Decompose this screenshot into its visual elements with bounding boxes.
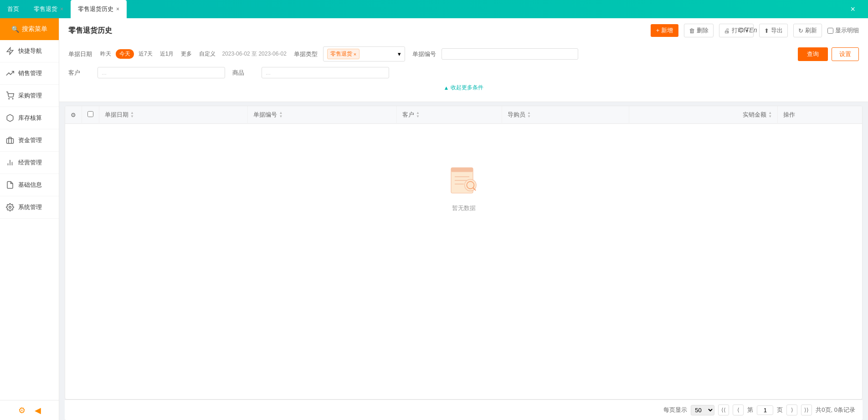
sidebar-item-purchase-mgmt[interactable]: 采购管理 (0, 85, 59, 107)
sidebar-item-system-mgmt-label: 系统管理 (18, 203, 42, 211)
svg-rect-3 (7, 138, 14, 143)
last-page-btn[interactable]: ⟩⟩ (801, 405, 812, 415)
date-btn-today[interactable]: 今天 (116, 49, 134, 59)
first-page-btn[interactable]: ⟨⟨ (718, 405, 729, 415)
search-menu-label: 搜索菜单 (22, 25, 47, 33)
table-header-row: ⚙ 单据日期 ▲▼ 单据编号 (65, 106, 862, 124)
table-settings-icon[interactable]: ⚙ (71, 112, 76, 118)
product-select[interactable]: ... (262, 67, 389, 78)
sidebar-item-finance-label: 资金管理 (18, 136, 42, 144)
svg-point-1 (9, 98, 10, 99)
col-guide[interactable]: 导购员 ▲▼ (502, 106, 629, 124)
collapse-filter-btn[interactable]: ▲ 收起更多条件 (444, 84, 484, 92)
sidebar-item-purchase-mgmt-label: 采购管理 (18, 92, 42, 100)
col-customer-label: 客户 (402, 111, 414, 119)
sidebar: 🔍 搜索菜单 快捷导航 销售管理 采购管理 (0, 18, 59, 420)
export-button[interactable]: ⬆ 导出 (759, 24, 788, 37)
sidebar-item-quick-nav[interactable]: 快捷导航 (0, 40, 59, 62)
svg-point-7 (9, 206, 11, 209)
select-all-checkbox[interactable] (87, 111, 93, 117)
date-btn-7days[interactable]: 近7天 (136, 49, 155, 59)
show-detail-checkbox[interactable] (827, 28, 833, 34)
amount-sort-arrows: ▲▼ (768, 111, 772, 118)
empty-state-icon (446, 160, 482, 197)
date-range-text: 2023-06-02 至 2023-06-02 (222, 50, 286, 58)
voucher-type-label: 单据类型 (294, 50, 319, 58)
voucher-type-tag-close[interactable]: × (354, 51, 356, 57)
sidebar-item-inventory[interactable]: 库存核算 (0, 107, 59, 129)
customer-filter-group: 客户 ... (68, 67, 225, 78)
date-sort-arrows: ▲▼ (130, 111, 134, 118)
search-menu[interactable]: 🔍 搜索菜单 (0, 18, 59, 40)
sidebar-item-finance[interactable]: 资金管理 (0, 129, 59, 152)
voucher-type-select[interactable]: 零售退货 × ▾ (323, 46, 405, 61)
page-label: 第 (747, 406, 753, 414)
col-voucher-no[interactable]: 单据编号 ▲▼ (248, 106, 396, 124)
tab-retail-return-history[interactable]: 零售退货历史 × (71, 0, 127, 18)
col-checkbox[interactable] (82, 106, 99, 124)
voucher-no-filter-group: 单据编号 (412, 48, 578, 60)
customer-label: 客户 (68, 69, 94, 77)
sidebar-settings-icon[interactable]: ⚙ (18, 405, 26, 415)
tab-retail-return-history-close[interactable]: × (116, 6, 119, 12)
setting-button[interactable]: 设置 (832, 47, 859, 61)
sidebar-bottom: ⚙ ◀ (0, 400, 59, 420)
sidebar-item-basic-info[interactable]: 基础信息 (0, 174, 59, 196)
new-button[interactable]: + 新增 (651, 24, 678, 37)
sidebar-collapse-icon[interactable]: ◀ (35, 405, 41, 415)
page-number-input[interactable] (757, 405, 773, 415)
sidebar-item-sales-mgmt-label: 销售管理 (18, 69, 42, 77)
show-detail-text: 显示明细 (835, 26, 859, 35)
date-btn-yesterday[interactable]: 昨天 (98, 49, 114, 59)
system-mgmt-icon (5, 203, 15, 212)
table-body: 暂无数据 (65, 124, 862, 249)
window-close-btn[interactable]: × (847, 5, 859, 14)
date-btn-custom[interactable]: 自定义 (196, 49, 218, 59)
data-table: ⚙ 单据日期 ▲▼ 单据编号 (65, 106, 862, 249)
sidebar-item-system-mgmt[interactable]: 系统管理 (0, 196, 59, 219)
date-btn-more[interactable]: 更多 (178, 49, 195, 59)
setting-button-label: 设置 (839, 51, 851, 57)
voucher-type-tag-text: 零售退货 (330, 50, 352, 58)
voucher-type-chevron-down-icon: ▾ (398, 51, 401, 57)
total-records-label: 共0页, 0条记录 (816, 406, 855, 414)
basic-info-icon (5, 180, 15, 190)
page-size-select[interactable]: 10 20 50 100 (691, 405, 714, 415)
guide-sort-arrows: ▲▼ (527, 111, 531, 118)
filter-row-1: 单据日期 昨天 今天 近7天 近1月 更多 自定义 2023-06-02 至 2… (68, 43, 859, 63)
col-date[interactable]: 单据日期 ▲▼ (99, 106, 248, 124)
sidebar-item-operations[interactable]: 经营管理 (0, 152, 59, 174)
sidebar-item-quick-nav-label: 快捷导航 (18, 47, 42, 55)
tab-retail-return[interactable]: 零售退货 × (26, 0, 71, 18)
finance-icon (5, 136, 15, 145)
tab-retail-return-history-label: 零售退货历史 (78, 5, 113, 13)
voucher-no-input[interactable] (442, 48, 578, 60)
col-settings[interactable]: ⚙ (65, 106, 82, 124)
empty-state: 暂无数据 (65, 124, 862, 249)
voucher-no-label: 单据编号 (412, 50, 438, 58)
prev-page-btn[interactable]: ⟨ (733, 405, 744, 415)
search-icon: 🔍 (11, 26, 19, 33)
voucher-no-sort-arrows: ▲▼ (279, 111, 282, 118)
sidebar-item-sales-mgmt[interactable]: 销售管理 (0, 62, 59, 85)
show-detail-label[interactable]: 显示明细 (827, 26, 859, 35)
next-page-btn[interactable]: ⟩ (786, 405, 797, 415)
customer-select[interactable]: ... (98, 67, 225, 78)
filter-area: 单据日期 昨天 今天 近7天 近1月 更多 自定义 2023-06-02 至 2… (68, 43, 859, 102)
col-operation: 操作 (778, 106, 862, 124)
top-bar: 首页 零售退货 × 零售退货历史 × × (0, 0, 868, 18)
purchase-mgmt-icon (5, 91, 15, 100)
tab-retail-return-close[interactable]: × (60, 6, 63, 12)
query-button[interactable]: 查询 (798, 47, 828, 61)
date-btn-1month[interactable]: 近1月 (157, 49, 177, 59)
new-button-label: + 新增 (656, 26, 673, 35)
date-filter-options: 昨天 今天 近7天 近1月 更多 自定义 (98, 49, 218, 59)
col-customer[interactable]: 客户 ▲▼ (396, 106, 502, 124)
col-actual-amount-label: 实销金额 (743, 111, 766, 119)
inventory-icon (5, 113, 15, 123)
refresh-button[interactable]: ↻ 刷新 (793, 24, 822, 37)
filter-row-2: 客户 ... 商品 ... (68, 63, 859, 80)
tab-home[interactable]: 首页 (0, 0, 26, 18)
delete-button[interactable]: 🗑 删除 (684, 24, 714, 37)
col-actual-amount[interactable]: 实销金额 ▲▼ (629, 106, 777, 124)
